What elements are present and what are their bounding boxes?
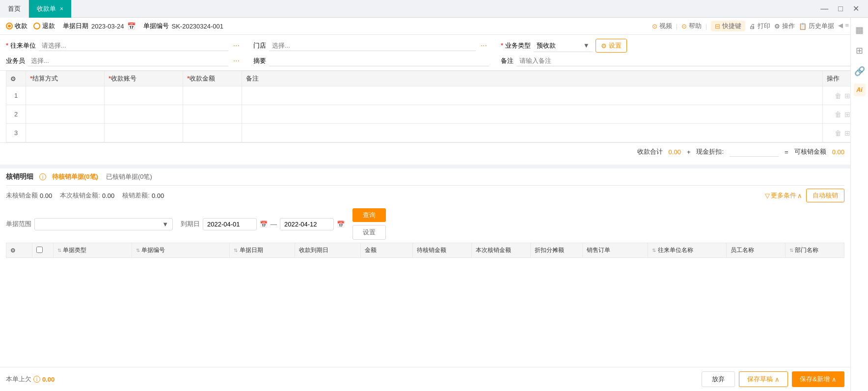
date-from-input[interactable] <box>203 218 257 230</box>
amount-cell-3[interactable] <box>183 124 242 142</box>
maximize-icon[interactable]: □ <box>835 3 846 14</box>
account-cell-2[interactable] <box>105 105 183 124</box>
remarks-cell-3[interactable] <box>242 124 823 142</box>
business-type-select[interactable]: 预收款 ▼ <box>534 40 593 52</box>
save-new-button[interactable]: 保存&新增 ∧ <box>792 371 844 387</box>
tab-home[interactable]: 首页 <box>0 0 29 18</box>
bill-no-label: 单据编号 <box>143 22 169 30</box>
date-to-input[interactable] <box>280 218 334 230</box>
bottom-col-checkbox[interactable] <box>32 243 54 258</box>
sidebar-ai-icon[interactable]: Ai <box>854 84 866 96</box>
pending-tab[interactable]: 待核销单据(0笔) <box>52 172 98 181</box>
history-icon: 📋 <box>799 23 807 30</box>
staff-field: 业务员 ··· <box>6 56 242 66</box>
delete-icon-2[interactable]: 🗑 <box>835 111 841 118</box>
account-cell-3[interactable] <box>105 124 183 142</box>
range-select[interactable]: ▼ <box>34 218 173 230</box>
footer-info-icon[interactable]: i <box>33 376 40 383</box>
settlement-cell-1[interactable] <box>26 86 105 105</box>
bill-no-value: SK-20230324-001 <box>172 23 224 30</box>
footer-total-value: 0.00 <box>42 376 54 383</box>
staff-input[interactable] <box>28 56 228 66</box>
amount-cell-1[interactable] <box>183 86 242 105</box>
auto-offset-button[interactable]: 自动核销 <box>806 189 844 202</box>
bottom-col-pending: 待核销金额 <box>413 243 472 258</box>
offset-title: 核销明细 <box>6 172 33 181</box>
radio-refund[interactable]: 退款 <box>33 22 55 30</box>
business-type-field: * 业务类型 预收款 ▼ ⚙ 设置 <box>501 39 862 53</box>
help-action[interactable]: ⊙ 帮助 <box>681 22 702 30</box>
sidebar-table-icon[interactable]: ▦ <box>852 22 867 38</box>
shortcut-action[interactable]: ⊟ 快捷键 <box>711 21 745 31</box>
discount-input[interactable] <box>730 147 779 157</box>
operation-action[interactable]: ⚙ 操作 <box>774 22 795 30</box>
copy-icon-2[interactable]: ⊞ <box>844 111 850 118</box>
sidebar-link-icon[interactable]: 🔗 <box>851 63 868 80</box>
total-value: 0.00 <box>669 148 681 156</box>
delete-icon-1[interactable]: 🗑 <box>835 92 841 100</box>
due-date-label: 到期日 <box>181 220 200 228</box>
more-conditions-btn[interactable]: ▽ 更多条件 ∧ <box>765 191 802 200</box>
minimize-icon[interactable]: — <box>817 3 831 14</box>
select-all-checkbox[interactable] <box>36 247 43 253</box>
tab-receipts[interactable]: 收款单 × <box>29 0 71 18</box>
filter-settings-button[interactable]: 设置 <box>353 225 386 240</box>
partner-field: * 往来单位 ··· <box>6 40 242 51</box>
col-gear-header[interactable]: ⚙ <box>6 71 26 86</box>
prev-icon[interactable]: ◀ <box>838 22 843 31</box>
store-input[interactable] <box>269 40 476 51</box>
remarks-input[interactable] <box>516 56 862 66</box>
tab-close-icon[interactable]: × <box>60 5 63 12</box>
settlement-cell-3[interactable] <box>26 124 105 142</box>
partner-more-icon[interactable]: ··· <box>231 41 242 50</box>
delete-icon-3[interactable]: 🗑 <box>835 129 841 137</box>
remarks-cell-2[interactable] <box>242 105 823 124</box>
store-more-icon[interactable]: ··· <box>479 41 489 50</box>
date-to-calendar-icon[interactable]: 📅 <box>337 221 345 228</box>
bottom-col-sales-order: 销售订单 <box>583 243 648 258</box>
remarks-cell-1[interactable] <box>242 86 823 105</box>
close-window-icon[interactable]: ✕ <box>850 3 862 14</box>
bottom-col-gear[interactable]: ⚙ <box>6 243 32 258</box>
help-circle-icon: ⊙ <box>681 23 687 30</box>
unverified-label: 未核销金额 <box>6 191 38 200</box>
bottom-col-discount: 折扣分摊额 <box>530 243 583 258</box>
print-action[interactable]: 🖨 打印 <box>749 22 770 30</box>
plus-sign: + <box>687 148 691 156</box>
summary-input[interactable] <box>269 56 489 66</box>
right-sidebar: ▦ ⊞ 🔗 Ai <box>850 18 868 391</box>
radio-receipt-label: 收款 <box>15 22 27 30</box>
account-cell-1[interactable] <box>105 86 183 105</box>
history-action[interactable]: 📋 历史单据 <box>799 22 834 30</box>
abandon-button[interactable]: 放弃 <box>702 371 735 387</box>
list-icon[interactable]: ≡ <box>845 22 849 31</box>
business-type-label: * 业务类型 <box>501 41 531 50</box>
unverified-value: 0.00 <box>40 192 52 199</box>
staff-more-icon[interactable]: ··· <box>231 56 242 65</box>
bill-date-value: 2023-03-24 <box>91 23 124 30</box>
print-icon: 🖨 <box>749 23 756 30</box>
footer-info: 本单上欠 i 0.00 <box>6 375 54 384</box>
offset-info-icon[interactable]: i <box>39 173 46 180</box>
row-num-3: 3 <box>6 124 26 142</box>
calendar-icon[interactable]: 📅 <box>127 22 136 30</box>
table-row: 2 🗑 ⊞ <box>6 105 862 124</box>
settlement-cell-2[interactable] <box>26 105 105 124</box>
video-action[interactable]: ⊙ 视频 <box>652 22 672 30</box>
amount-cell-2[interactable] <box>183 105 242 124</box>
partner-input[interactable] <box>39 40 228 51</box>
sidebar-grid-icon[interactable]: ⊞ <box>853 42 866 59</box>
current-item: 本次核销金额: 0.00 <box>60 191 114 200</box>
bill-date-label: 单据日期 <box>63 22 88 30</box>
query-button[interactable]: 查询 <box>353 208 386 222</box>
save-draft-button[interactable]: 保存草稿 ∧ <box>739 371 788 387</box>
radio-receipt[interactable]: 收款 <box>6 22 27 30</box>
copy-icon-3[interactable]: ⊞ <box>844 129 850 137</box>
done-tab[interactable]: 已核销单据(0笔) <box>106 172 152 181</box>
footer: 本单上欠 i 0.00 放弃 保存草稿 ∧ 保存&新增 ∧ <box>0 367 850 391</box>
available-value: 0.00 <box>832 148 844 156</box>
settings-button[interactable]: ⚙ 设置 <box>596 39 627 53</box>
date-from-calendar-icon[interactable]: 📅 <box>260 221 268 228</box>
copy-icon-1[interactable]: ⊞ <box>844 92 850 100</box>
print-label: 打印 <box>758 22 770 30</box>
